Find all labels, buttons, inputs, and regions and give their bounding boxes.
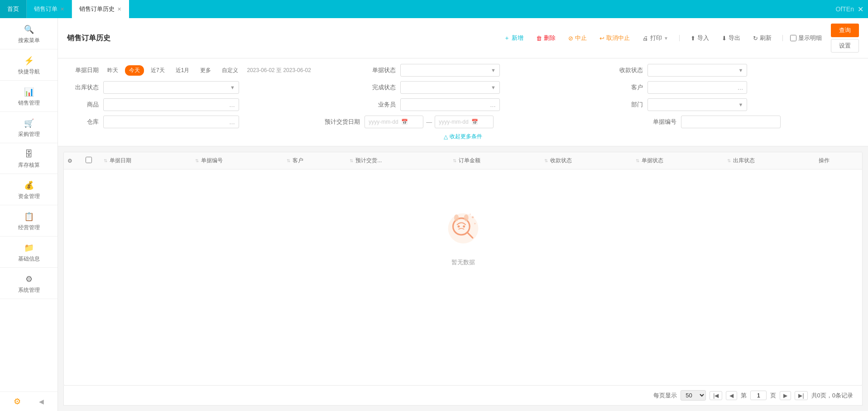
goods-input[interactable]: … bbox=[103, 98, 239, 111]
settings-button[interactable]: 设置 bbox=[831, 39, 859, 53]
sidebar-item-search-label: 搜索菜单 bbox=[18, 37, 40, 44]
first-page-button[interactable]: |◀ bbox=[710, 391, 722, 400]
date-custom-btn[interactable]: 自定义 bbox=[218, 65, 242, 76]
sidebar-item-sales-mgmt[interactable]: 📊 销售管理 bbox=[0, 81, 58, 112]
refresh-button[interactable]: ↻ 刷新 bbox=[749, 32, 775, 44]
date-7days-btn[interactable]: 近7天 bbox=[147, 65, 169, 76]
data-table: ⚙ ⇅ 单据日期 ⇅ 单据编号 bbox=[64, 152, 862, 285]
date-yesterday-btn[interactable]: 昨天 bbox=[103, 65, 122, 76]
th-order-number[interactable]: ⇅ 单据编号 bbox=[192, 152, 283, 169]
expected-delivery-start[interactable]: yyyy-mm-dd 📅 bbox=[364, 116, 423, 128]
export-button[interactable]: ⬇ 导出 bbox=[718, 32, 744, 44]
salesperson-input[interactable]: … bbox=[400, 98, 500, 111]
th-delivery-status[interactable]: ⇅ 出库状态 bbox=[724, 152, 815, 169]
tab-sales-order[interactable]: 销售订单 ✕ bbox=[27, 0, 72, 18]
date-filter-value: 昨天 今天 近7天 近1月 更多 自定义 2023-06-02 至 2023-0… bbox=[103, 65, 364, 76]
current-page-input[interactable] bbox=[750, 391, 767, 400]
salesperson-label: 业务员 bbox=[364, 101, 400, 109]
warehouse-input[interactable]: … bbox=[103, 116, 239, 128]
expected-delivery-end[interactable]: yyyy-mm-dd 📅 bbox=[435, 116, 494, 128]
department-select[interactable]: ▼ bbox=[647, 98, 747, 111]
customer-label: 客户 bbox=[611, 83, 647, 92]
department-label: 部门 bbox=[611, 101, 647, 109]
th-order-date[interactable]: ⇅ 单据日期 bbox=[100, 152, 192, 169]
date-1month-btn[interactable]: 近1月 bbox=[172, 65, 194, 76]
completion-status-chevron: ▼ bbox=[491, 85, 496, 90]
delivery-status-select[interactable]: ▼ bbox=[103, 81, 239, 94]
filter-col-delivery: 出库状态 ▼ bbox=[67, 81, 364, 94]
new-icon: ＋ bbox=[504, 34, 510, 42]
th-gear[interactable]: ⚙ bbox=[64, 152, 82, 169]
tab-home[interactable]: 销售订单历史 首页 bbox=[0, 0, 27, 18]
th-checkbox[interactable] bbox=[82, 152, 100, 169]
gear-icon: ⚙ bbox=[67, 158, 72, 164]
sidebar-item-system-mgmt[interactable]: ⚙ 系统管理 bbox=[0, 268, 58, 299]
warehouse-ellipsis-icon: … bbox=[229, 119, 235, 126]
display-detail-button[interactable]: 显示明细 bbox=[790, 34, 822, 42]
sidebar-item-inventory[interactable]: 🗄 库存核算 bbox=[0, 143, 58, 174]
payment-status-select[interactable]: ▼ bbox=[647, 64, 747, 77]
th-order-amount[interactable]: ⇅ 订单金额 bbox=[449, 152, 541, 169]
stop-icon: ⊘ bbox=[568, 35, 573, 42]
filter-col-date: 单据日期 昨天 今天 近7天 近1月 更多 自定义 2023-06-02 至 2… bbox=[67, 65, 364, 76]
page-size-select[interactable]: 50 10 20 100 bbox=[681, 390, 706, 401]
tab-history-close[interactable]: ✕ bbox=[117, 6, 121, 12]
date-today-btn[interactable]: 今天 bbox=[125, 65, 144, 76]
th-expected-delivery[interactable]: ⇅ 预计交货... bbox=[346, 152, 449, 169]
calendar-icon-2: 📅 bbox=[471, 119, 478, 125]
empty-text: 暂无数据 bbox=[451, 258, 475, 266]
cancel-stop-button[interactable]: ↩ 取消中止 bbox=[596, 32, 633, 44]
filter-row-4: 仓库 … 预计交货日期 yyyy-mm-dd 📅 — yyyy-mm-dd bbox=[67, 116, 859, 128]
query-button[interactable]: 查询 bbox=[831, 24, 859, 37]
sidebar-item-basic-info[interactable]: 📁 基础信息 bbox=[0, 237, 58, 268]
sales-mgmt-icon: 📊 bbox=[24, 87, 34, 97]
display-detail-checkbox[interactable] bbox=[790, 35, 796, 41]
page-label-suffix: 页 bbox=[770, 392, 776, 400]
delete-button[interactable]: 🗑 删除 bbox=[532, 32, 559, 44]
sidebar-item-search-menu[interactable]: 🔍 搜索菜单 bbox=[0, 18, 58, 49]
export-icon: ⬇ bbox=[722, 35, 727, 42]
import-button[interactable]: ⬆ 导入 bbox=[687, 32, 713, 44]
print-label: 打印 bbox=[650, 34, 662, 42]
completion-status-select[interactable]: ▼ bbox=[400, 81, 500, 94]
last-page-button[interactable]: ▶| bbox=[795, 391, 807, 400]
th-actions: 操作 bbox=[815, 152, 863, 169]
top-close-button[interactable]: ✕ bbox=[858, 5, 863, 14]
filter-col-warehouse: 仓库 … bbox=[67, 116, 324, 128]
new-button[interactable]: ＋ + 新增 新增 bbox=[500, 32, 527, 44]
page-label-prefix: 第 bbox=[741, 392, 747, 400]
print-button[interactable]: 🖨 打印 ▼ bbox=[639, 32, 672, 44]
warehouse-label: 仓库 bbox=[67, 118, 103, 126]
order-status-select[interactable]: ▼ bbox=[400, 64, 500, 77]
import-label: 导入 bbox=[697, 34, 709, 42]
th-order-status[interactable]: ⇅ 单据状态 bbox=[632, 152, 724, 169]
collapse-row[interactable]: △ 收起更多条件 bbox=[67, 133, 859, 140]
th-payment-status[interactable]: ⇅ 收款状态 bbox=[541, 152, 632, 169]
sort-expected-delivery-icon: ⇅ bbox=[350, 158, 353, 163]
sidebar-item-finance[interactable]: 💰 资金管理 bbox=[0, 174, 58, 205]
cancel-stop-icon: ↩ bbox=[599, 35, 604, 42]
sidebar-item-operations[interactable]: 📋 经营管理 bbox=[0, 205, 58, 237]
page-title-row: 销售订单历史 ＋ + 新增 新增 🗑 删除 ⊘ 中止 bbox=[67, 24, 859, 53]
sidebar-settings-icon[interactable]: ⚙ bbox=[14, 396, 21, 406]
stop-button[interactable]: ⊘ 中止 bbox=[565, 32, 590, 44]
operations-icon: 📋 bbox=[24, 212, 34, 222]
tab-history-label: 销售订单历史 bbox=[79, 5, 115, 13]
sidebar-collapse-icon[interactable]: ◀ bbox=[39, 398, 44, 405]
tab-sales-order-close[interactable]: ✕ bbox=[60, 6, 64, 12]
prev-page-button[interactable]: ◀ bbox=[726, 391, 737, 400]
table-container: ⚙ ⇅ 单据日期 ⇅ 单据编号 bbox=[63, 152, 863, 386]
sidebar-item-quick-nav[interactable]: ⚡ 快捷导航 bbox=[0, 49, 58, 81]
order-number-input[interactable] bbox=[681, 116, 781, 128]
next-page-button[interactable]: ▶ bbox=[780, 391, 791, 400]
expected-delivery-placeholder2: yyyy-mm-dd bbox=[439, 119, 468, 125]
sort-payment-status-icon: ⇅ bbox=[544, 158, 548, 163]
date-more-btn[interactable]: 更多 bbox=[196, 65, 215, 76]
select-all-checkbox[interactable] bbox=[86, 157, 92, 163]
inventory-icon: 🗄 bbox=[25, 150, 33, 159]
tab-sales-order-history[interactable]: 销售订单历史 ✕ bbox=[72, 0, 129, 18]
customer-input[interactable]: … bbox=[647, 81, 747, 94]
sidebar-item-purchase-mgmt[interactable]: 🛒 采购管理 bbox=[0, 112, 58, 143]
th-customer[interactable]: ⇅ 客户 bbox=[283, 152, 346, 169]
filter-col-expected-delivery: 预计交货日期 yyyy-mm-dd 📅 — yyyy-mm-dd 📅 bbox=[324, 116, 645, 128]
